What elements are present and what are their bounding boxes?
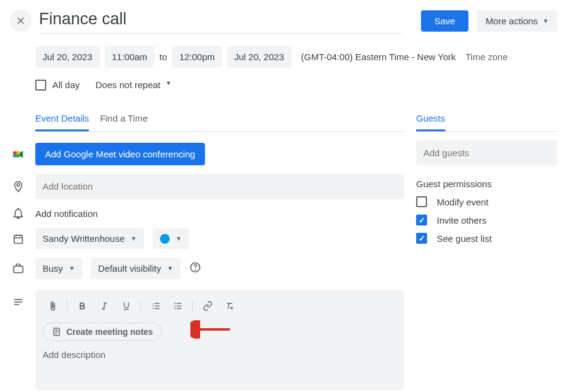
tab-find-a-time[interactable]: Find a Time xyxy=(100,113,147,131)
meet-icon xyxy=(10,148,27,160)
perm-see-guest-list-checkbox[interactable] xyxy=(416,233,427,244)
close-icon xyxy=(15,15,26,26)
perm-invite-others-checkbox[interactable] xyxy=(416,215,427,225)
chevron-down-icon: ▼ xyxy=(543,18,549,24)
svg-rect-4 xyxy=(14,235,22,243)
help-icon[interactable] xyxy=(189,261,201,276)
timezone-link[interactable]: Time zone xyxy=(465,52,507,62)
annotation-arrow xyxy=(190,320,233,339)
link-button[interactable] xyxy=(198,296,217,315)
all-day-label[interactable]: All day xyxy=(35,80,80,91)
clear-formatting-button[interactable] xyxy=(220,296,239,315)
visibility-dropdown[interactable]: Default visibility ▼ xyxy=(91,258,180,279)
calendar-owner-label: Sandy Writtenhouse xyxy=(43,233,125,244)
svg-point-29 xyxy=(174,308,175,309)
tab-guests[interactable]: Guests xyxy=(416,113,445,131)
tab-event-details[interactable]: Event Details xyxy=(35,113,89,131)
save-button[interactable]: Save xyxy=(421,10,468,32)
svg-line-16 xyxy=(103,303,105,309)
notification-icon xyxy=(10,207,27,219)
perm-modify-event-label: Modify event xyxy=(437,197,489,207)
svg-rect-3 xyxy=(13,151,17,154)
chevron-down-icon: ▼ xyxy=(176,235,182,242)
perm-see-guest-list-row[interactable]: See guest list xyxy=(416,233,557,244)
availability-dropdown[interactable]: Busy ▼ xyxy=(35,258,82,279)
event-title-input[interactable] xyxy=(39,7,402,34)
perm-see-guest-list-label: See guest list xyxy=(437,233,492,244)
repeat-label: Does not repeat xyxy=(96,80,161,90)
bold-button[interactable] xyxy=(72,296,92,315)
add-notification-link[interactable]: Add notification xyxy=(35,208,98,219)
chevron-down-icon: ▼ xyxy=(167,265,173,272)
end-date-chip[interactable]: Jul 20, 2023 xyxy=(227,46,291,67)
perm-modify-event-row[interactable]: Modify event xyxy=(416,196,557,207)
start-time-chip[interactable]: 11:00am xyxy=(105,46,155,67)
chevron-down-icon: ▼ xyxy=(69,265,75,272)
italic-button[interactable] xyxy=(94,296,114,315)
attach-file-button[interactable] xyxy=(43,296,62,315)
more-actions-button[interactable]: More actions ▼ xyxy=(477,10,557,32)
svg-point-27 xyxy=(174,303,175,304)
availability-label: Busy xyxy=(43,263,63,273)
underline-button[interactable] xyxy=(116,296,136,315)
location-icon xyxy=(10,181,27,193)
add-guests-input[interactable] xyxy=(416,140,557,165)
calendar-icon xyxy=(10,233,27,245)
description-icon xyxy=(10,296,27,308)
numbered-list-button[interactable]: 123 xyxy=(146,296,165,315)
close-button[interactable] xyxy=(10,10,32,32)
create-meeting-notes-button[interactable]: Create meeting notes xyxy=(43,323,162,341)
to-label: to xyxy=(159,52,167,62)
more-actions-label: More actions xyxy=(485,16,538,26)
color-swatch xyxy=(160,234,170,244)
create-meeting-notes-label: Create meeting notes xyxy=(66,327,153,337)
end-time-chip[interactable]: 12:00pm xyxy=(172,46,222,67)
guest-permissions-title: Guest permissions xyxy=(416,179,557,189)
bulleted-list-button[interactable] xyxy=(168,296,187,315)
description-toolbar: 123 xyxy=(43,296,397,315)
perm-invite-others-row[interactable]: Invite others xyxy=(416,215,557,225)
visibility-label: Default visibility xyxy=(98,263,161,273)
perm-invite-others-label: Invite others xyxy=(437,215,487,225)
repeat-dropdown[interactable]: Does not repeat ▼ xyxy=(88,75,178,95)
add-google-meet-button[interactable]: Add Google Meet video conferencing xyxy=(35,143,205,165)
briefcase-icon xyxy=(10,263,27,275)
calendar-color-dropdown[interactable]: ▼ xyxy=(153,229,189,249)
notes-icon xyxy=(52,327,61,337)
description-placeholder[interactable]: Add description xyxy=(43,349,397,360)
timezone-label: (GMT-04:00) Eastern Time - New York xyxy=(301,52,456,62)
svg-text:3: 3 xyxy=(152,307,154,310)
chevron-down-icon: ▼ xyxy=(131,235,137,242)
svg-point-10 xyxy=(195,269,195,270)
svg-rect-8 xyxy=(14,266,23,272)
chevron-down-icon: ▼ xyxy=(165,80,172,86)
location-input[interactable] xyxy=(35,174,404,199)
start-date-chip[interactable]: Jul 20, 2023 xyxy=(35,46,100,67)
all-day-checkbox[interactable] xyxy=(35,80,46,91)
all-day-text: All day xyxy=(52,80,80,90)
calendar-owner-dropdown[interactable]: Sandy Writtenhouse ▼ xyxy=(35,228,144,249)
perm-modify-event-checkbox[interactable] xyxy=(416,196,427,207)
svg-point-28 xyxy=(174,305,175,306)
